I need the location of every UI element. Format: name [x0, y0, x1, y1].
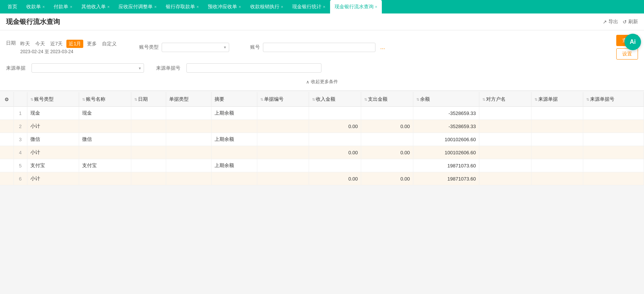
col-settings[interactable]: ⚙	[0, 92, 14, 107]
source-doc-select[interactable]	[32, 63, 144, 73]
nav-tab-qita[interactable]: 其他收入单 ×	[77, 0, 114, 13]
cell-income	[309, 133, 361, 146]
col-balance[interactable]: ⇅余额	[413, 92, 479, 107]
cell-expense: 0.00	[361, 146, 413, 159]
close-icon[interactable]: ×	[375, 0, 377, 13]
cell-source-doc	[531, 146, 583, 159]
close-icon[interactable]: ×	[107, 0, 110, 13]
nav-tab-shoudan[interactable]: 收款单 ×	[22, 0, 49, 13]
cell-source-doc	[531, 133, 583, 146]
nav-tab-yushou[interactable]: 预收冲应收单 ×	[203, 0, 245, 13]
row-index: 4	[14, 146, 27, 159]
cell-summary	[212, 172, 257, 185]
date-opt-today[interactable]: 今天	[34, 40, 47, 48]
nav-home[interactable]: 首页	[3, 3, 22, 10]
cell-account-name: 现金	[79, 107, 131, 120]
cell-balance: 100102606.60	[413, 146, 479, 159]
nav-tab-liushui[interactable]: 现金银行流水查询 ×	[330, 0, 382, 13]
source-doc-label: 来源单据	[6, 65, 26, 72]
col-index	[14, 92, 27, 107]
col-income[interactable]: ⇅收入金额	[309, 92, 361, 107]
col-account-type[interactable]: ⇅账号类型	[27, 92, 79, 107]
col-source-doc[interactable]: ⇅来源单据	[531, 92, 583, 107]
cell-summary: 上期余额	[212, 159, 257, 172]
col-source-doc-no[interactable]: ⇅来源单据号	[583, 92, 644, 107]
cell-expense	[361, 133, 413, 146]
cell-expense: 0.00	[361, 120, 413, 133]
date-opt-7days[interactable]: 近7天	[49, 40, 64, 48]
cell-doc-no	[257, 133, 309, 146]
col-summary: 摘要	[212, 92, 257, 107]
nav-tab-fukuan[interactable]: 付款单 ×	[49, 0, 77, 13]
cell-income	[309, 159, 361, 172]
row-checkbox	[0, 146, 14, 159]
row-index: 1	[14, 107, 27, 120]
col-date[interactable]: ⇅日期	[131, 92, 166, 107]
close-icon[interactable]: ×	[154, 0, 156, 13]
cell-account-type: 微信	[27, 133, 79, 146]
settings-button[interactable]: 设置	[616, 48, 638, 60]
cell-balance: -3528659.33	[413, 120, 479, 133]
cell-doc-type	[166, 172, 212, 185]
account-input[interactable]	[263, 43, 375, 52]
source-doc-num-input[interactable]	[186, 63, 321, 73]
cell-counterparty	[479, 172, 531, 185]
refresh-button[interactable]: ↺ 刷新	[623, 18, 638, 25]
col-counterparty[interactable]: ⇅对方户名	[479, 92, 531, 107]
cell-account-name: 支付宝	[79, 159, 131, 172]
cell-doc-type	[166, 107, 212, 120]
cell-expense	[361, 107, 413, 120]
table-area: ⚙ ⇅账号类型 ⇅账号名称 ⇅日期 单据类型 摘要 ⇅单据编号 ⇅收入金额 ⇅支…	[0, 92, 644, 185]
cell-account-type: 支付宝	[27, 159, 79, 172]
cell-date	[131, 159, 166, 172]
col-doc-no[interactable]: ⇅单据编号	[257, 92, 309, 107]
cell-doc-type	[166, 159, 212, 172]
nav-tab-tongji[interactable]: 现金银行统计 ×	[288, 0, 330, 13]
account-type-select-wrapper: 现金 微信 支付宝 ▾	[162, 43, 229, 52]
cell-source-doc-no	[583, 120, 644, 133]
row-checkbox	[0, 120, 14, 133]
cell-balance: -3528659.33	[413, 107, 479, 120]
cell-account-type: 小计	[27, 172, 79, 185]
col-expense[interactable]: ⇅支出金额	[361, 92, 413, 107]
row-checkbox	[0, 172, 14, 185]
nav-tab-yinhang[interactable]: 银行存取款单 ×	[161, 0, 203, 13]
cell-expense	[361, 159, 413, 172]
close-icon[interactable]: ×	[42, 0, 45, 13]
collapse-bar[interactable]: ∧ 收起更多条件	[6, 76, 638, 86]
col-account-name[interactable]: ⇅账号名称	[79, 92, 131, 107]
cell-counterparty	[479, 146, 531, 159]
close-icon[interactable]: ×	[281, 0, 283, 13]
cell-source-doc-no	[583, 172, 644, 185]
account-type-select[interactable]: 现金 微信 支付宝	[162, 43, 229, 52]
cell-doc-no	[257, 120, 309, 133]
cell-account-type: 小计	[27, 120, 79, 133]
date-opt-more[interactable]: 更多	[86, 40, 98, 48]
account-ellipsis[interactable]: ...	[380, 44, 385, 51]
cell-doc-type	[166, 146, 212, 159]
collapse-up-icon: ∧	[306, 79, 309, 85]
close-icon[interactable]: ×	[197, 0, 199, 13]
nav-tab-tiaozheng[interactable]: 应收应付调整单 ×	[114, 0, 161, 13]
cell-expense: 0.00	[361, 172, 413, 185]
close-icon[interactable]: ×	[323, 0, 325, 13]
date-opt-custom[interactable]: 自定义	[101, 40, 118, 48]
date-range-display: 2023-02-24 至 2023-03-24	[20, 49, 118, 55]
cell-summary: 上期余额	[212, 107, 257, 120]
export-icon: ↗	[603, 19, 607, 25]
account-label: 账号	[250, 44, 260, 51]
refresh-icon: ↺	[623, 19, 627, 25]
export-button[interactable]: ↗ 导出	[603, 18, 618, 25]
cell-balance: 19871073.60	[413, 172, 479, 185]
nav-tab-hexiao[interactable]: 收款核销执行 ×	[246, 0, 288, 13]
page-header: 现金银行流水查询 ↗ 导出 ↺ 刷新	[0, 13, 644, 30]
ai-assistant-button[interactable]: Ai	[624, 34, 641, 50]
date-opt-yesterday[interactable]: 昨天	[19, 40, 32, 48]
cell-counterparty	[479, 159, 531, 172]
close-icon[interactable]: ×	[70, 0, 72, 13]
top-navigation: 首页 收款单 × 付款单 × 其他收入单 × 应收应付调整单 × 银行存取款单 …	[0, 0, 644, 13]
cell-summary: 上期余额	[212, 133, 257, 146]
close-icon[interactable]: ×	[239, 0, 241, 13]
cell-income: 0.00	[309, 120, 361, 133]
date-opt-1month[interactable]: 近1月	[66, 40, 83, 48]
